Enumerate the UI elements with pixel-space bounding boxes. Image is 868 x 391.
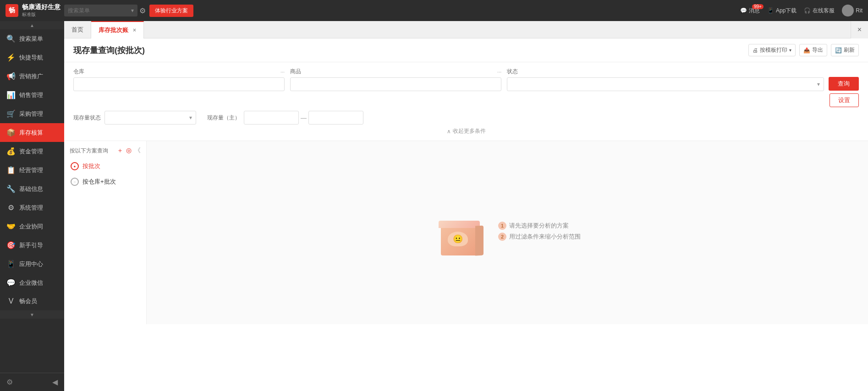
status-label: 状态 (507, 68, 518, 76)
sidebar-item-operations[interactable]: 📋 经营管理 (0, 161, 64, 179)
sidebar-item-wechat[interactable]: 💬 企业微信 (0, 273, 64, 292)
scheme-inactive-icon: ○ (71, 178, 79, 186)
marketing-icon: 📢 (6, 72, 16, 81)
inventory-qty-item: 现存量（主） — (207, 111, 363, 125)
member-icon: V (6, 297, 16, 305)
sidebar-item-search[interactable]: 🔍 搜索菜单 (0, 29, 64, 48)
box-side (475, 226, 483, 256)
inventory-qty-range: — (244, 111, 363, 125)
scheme-item-warehouse-batch[interactable]: ○ 按仓库+批次 (64, 174, 146, 190)
sidebar-item-system[interactable]: ⚙ 系统管理 (0, 198, 64, 217)
product-input[interactable] (290, 77, 501, 91)
inventory-qty-min[interactable] (244, 111, 299, 125)
scheme-active-icon: ● (71, 162, 79, 170)
sidebar-item-purchase[interactable]: 🛒 采购管理 (0, 104, 64, 123)
tab-home[interactable]: 首页 (64, 21, 91, 38)
product-more-btn[interactable]: ··· (497, 69, 501, 75)
warehouse-label: 仓库 (73, 68, 84, 76)
online-service-btn[interactable]: 🎧 在线客服 (804, 7, 835, 15)
search-icon: 🔍 (6, 34, 16, 43)
scheme-item-batch[interactable]: ● 按批次 (64, 158, 146, 174)
close-icon: × (857, 26, 862, 34)
sidebar-item-label: 畅会员 (19, 297, 37, 305)
sidebar-item-label: 企业微信 (19, 279, 43, 287)
sidebar-item-newbie[interactable]: 🎯 新手引导 (0, 236, 64, 255)
app-download-btn[interactable]: 📱 App下载 (767, 7, 797, 15)
sidebar-item-label: 搜索菜单 (19, 35, 43, 43)
sales-icon: 📊 (6, 91, 16, 99)
brand-info: 畅康通好生意 标准版 (22, 3, 60, 18)
sidebar-bottom: ⚙ ◀ (0, 373, 64, 391)
status-input[interactable]: ▾ (507, 77, 824, 91)
sidebar-item-finance[interactable]: 💰 资金管理 (0, 142, 64, 161)
newbie-icon: 🎯 (6, 241, 16, 250)
tab-inventory-batch[interactable]: 库存批次账 × (91, 21, 144, 38)
inventory-icon: 📦 (6, 128, 16, 137)
sidebar-item-appstore[interactable]: 📱 应用中心 (0, 255, 64, 273)
empty-step-2-text: 用过滤条件来缩小分析范围 (509, 233, 581, 241)
sidebar-item-label: 库存核算 (19, 129, 43, 137)
sidebar-item-sales[interactable]: 📊 销售管理 (0, 86, 64, 104)
sidebar-item-marketing[interactable]: 📢 营销推广 (0, 67, 64, 86)
sidebar-item-label: 营销推广 (19, 72, 43, 81)
inventory-status-dropdown[interactable]: ▾ (104, 111, 196, 125)
sidebar-item-label: 采购管理 (19, 110, 43, 118)
purchase-icon: 🛒 (6, 109, 16, 118)
enterprise-icon: 🤝 (6, 222, 16, 231)
data-area: 😐 1 请先选择要分析的方案 2 用过滤条 (147, 141, 868, 324)
inventory-qty-max[interactable] (308, 111, 363, 125)
sidebar-item-inventory[interactable]: 📦 库存核算 (0, 123, 64, 142)
quick-icon: ⚡ (6, 53, 16, 62)
messages-btn[interactable]: 💬 消息 99+ (740, 7, 760, 15)
status-field: 状态 ▾ (507, 68, 824, 91)
warehouse-input[interactable] (73, 77, 285, 91)
warehouse-more-btn[interactable]: ··· (280, 69, 285, 75)
message-icon: 💬 (740, 7, 747, 14)
refresh-btn[interactable]: 🔄 刷新 (831, 44, 859, 56)
collapse-btn[interactable]: ∧ 收起更多条件 (73, 127, 859, 135)
tab-close-icon[interactable]: × (133, 27, 136, 33)
inventory-qty-label: 现存量（主） (207, 114, 240, 122)
scheme-panel-actions: ＋ ◎ 《 (117, 147, 141, 155)
topbar-settings-icon[interactable]: ⚙ (139, 6, 146, 15)
content-area: 首页 库存批次账 × × 现存量查询(按批次) 🖨 按模板打印 ▾ (64, 21, 868, 391)
sidebar-item-quick[interactable]: ⚡ 快捷导航 (0, 48, 64, 67)
range-separator: — (301, 114, 307, 121)
topbar-left: 畅 畅康通好生意 标准版 ▾ ⚙ 体验行业方案 (5, 3, 193, 18)
sidebar-item-member[interactable]: V 畅会员 (0, 292, 64, 310)
app-icon: 📱 (767, 7, 774, 14)
service-icon: 🎧 (804, 7, 811, 14)
app-logo: 畅 (5, 4, 18, 17)
sidebar-item-label: 基础信息 (19, 185, 43, 193)
collapse-icon: ∧ (447, 128, 451, 135)
experience-btn[interactable]: 体验行业方案 (149, 5, 193, 17)
sidebar-scroll-down[interactable]: ▼ (0, 310, 64, 319)
refresh-icon: 🔄 (835, 47, 842, 54)
sidebar-item-label: 快捷导航 (19, 54, 43, 62)
user-avatar-area[interactable]: Rit (842, 5, 863, 16)
status-arrow-icon: ▾ (817, 81, 820, 87)
settings-btn[interactable]: 设置 (830, 93, 859, 107)
sidebar-item-basic[interactable]: 🔧 基础信息 (0, 179, 64, 198)
search-box[interactable]: ▾ (64, 5, 137, 16)
sidebar-settings-icon[interactable]: ⚙ (6, 378, 13, 386)
tab-home-label: 首页 (71, 26, 83, 34)
avatar (842, 5, 854, 16)
add-scheme-icon[interactable]: ＋ (117, 147, 123, 155)
sidebar-scroll-up[interactable]: ▲ (0, 21, 64, 29)
sidebar: ▲ 🔍 搜索菜单 ⚡ 快捷导航 📢 营销推广 📊 销售管理 🛒 采购管理 📦 库… (0, 21, 64, 391)
search-input[interactable] (68, 7, 131, 14)
configure-scheme-icon[interactable]: ◎ (126, 147, 132, 155)
sidebar-collapse-icon[interactable]: ◀ (52, 378, 58, 386)
inventory-status-item: 现存量状态 ▾ (73, 111, 196, 125)
scheme-panel: 按以下方案查询 ＋ ◎ 《 ● 按批次 ○ 按仓库+批次 (64, 141, 147, 324)
export-btn[interactable]: 📤 导出 (799, 44, 827, 56)
empty-illustration: 😐 (434, 205, 484, 260)
query-btn[interactable]: 查询 (829, 77, 859, 91)
print-template-btn[interactable]: 🖨 按模板打印 ▾ (748, 44, 796, 56)
sidebar-item-enterprise[interactable]: 🤝 企业协同 (0, 217, 64, 236)
box-face: 😐 (448, 232, 468, 246)
tab-close-right-btn[interactable]: × (851, 21, 868, 38)
page-header: 现存量查询(按批次) 🖨 按模板打印 ▾ 📤 导出 🔄 刷新 (64, 38, 868, 62)
collapse-panel-icon[interactable]: 《 (134, 147, 141, 155)
